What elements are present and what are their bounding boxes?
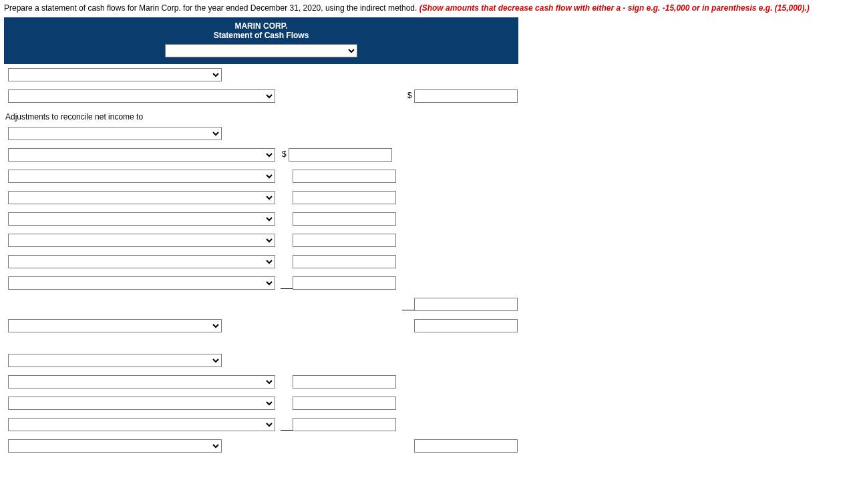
adj-amount-1[interactable] [289, 148, 392, 162]
adj-select-4[interactable] [8, 212, 275, 226]
subsection-select-1[interactable] [8, 127, 222, 140]
adj-select-6[interactable] [8, 255, 275, 268]
adj-select-3[interactable] [8, 191, 275, 204]
section-total-amount-2[interactable] [414, 439, 518, 453]
adj-amount-3[interactable] [293, 191, 396, 204]
underline-2 [402, 310, 414, 310]
statement-header: MARIN CORP. Statement of Cash Flows [4, 17, 518, 64]
inv-amount-2[interactable] [293, 397, 396, 410]
adj-select-5[interactable] [8, 234, 275, 247]
adj-amount-4[interactable] [293, 212, 396, 226]
adj-amount-7[interactable] [293, 276, 396, 290]
section-total-select-1[interactable] [8, 319, 222, 332]
dollar-sign-2: $ [282, 150, 287, 159]
statement-title: Statement of Cash Flows [4, 31, 518, 40]
adj-amount-6[interactable] [293, 255, 396, 268]
inv-amount-3[interactable] [293, 418, 396, 431]
section-select-1[interactable] [8, 68, 222, 81]
adj-select-2[interactable] [8, 170, 275, 183]
inv-select-2[interactable] [8, 397, 275, 410]
adj-amount-2[interactable] [293, 170, 396, 183]
section-select-2[interactable] [8, 354, 222, 367]
adj-amount-5[interactable] [293, 234, 396, 247]
period-select[interactable] [165, 44, 357, 57]
inv-amount-1[interactable] [293, 375, 396, 389]
instructions: Prepare a statement of cash flows for Ma… [4, 3, 851, 13]
section-total-amount-1[interactable] [414, 319, 518, 332]
adj-select-7[interactable] [8, 276, 275, 290]
section-total-select-2[interactable] [8, 439, 222, 453]
instructions-red: (Show amounts that decrease cash flow wi… [419, 3, 810, 13]
adjustments-label: Adjustments to reconcile net income to [5, 112, 143, 121]
instructions-text: Prepare a statement of cash flows for Ma… [4, 3, 419, 13]
amount-net-income[interactable] [414, 89, 518, 103]
company-name: MARIN CORP. [4, 21, 518, 31]
underline-3 [281, 430, 293, 431]
line-select-net-income[interactable] [8, 89, 275, 103]
underline-1 [281, 288, 293, 289]
inv-select-3[interactable] [8, 418, 275, 431]
dollar-sign-1: $ [407, 91, 412, 100]
subtotal-amount-1[interactable] [414, 298, 518, 311]
inv-select-1[interactable] [8, 375, 275, 389]
adj-select-1[interactable] [8, 148, 275, 162]
